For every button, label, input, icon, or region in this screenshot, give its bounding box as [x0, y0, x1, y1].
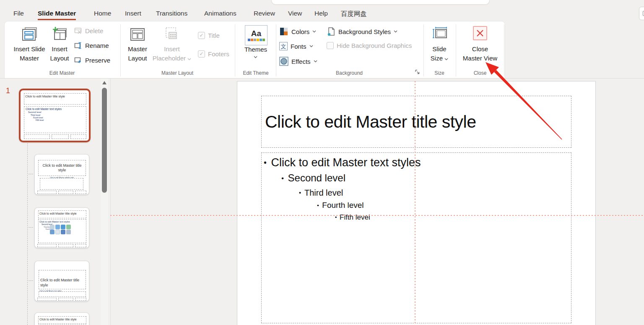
title-checkbox-label: Title	[208, 32, 220, 39]
thumb-title-placeholder: Click to edit Master title style	[24, 93, 86, 105]
layout-thumbnail-title-slide[interactable]: Click to edit Master title style Click t…	[34, 154, 89, 195]
layout-thumbnail-section-header[interactable]: Click to edit Master title style Click t…	[34, 261, 89, 301]
tab-transitions[interactable]: Transitions	[156, 10, 187, 17]
thumb-title-placeholder: Click to edit Master title style	[38, 160, 86, 176]
thumb-text-placeholder	[39, 291, 86, 297]
insert-placeholder-label[interactable]: Insert	[157, 45, 187, 54]
preserve-label: Preserve	[85, 57, 110, 64]
background-styles-button[interactable]: Background Styles	[327, 27, 397, 36]
tab-home[interactable]: Home	[94, 10, 111, 17]
insert-layout-label[interactable]: Layout	[47, 54, 72, 63]
slide-size-label[interactable]: Slide	[427, 45, 452, 54]
bullet-text: Fourth level	[322, 201, 364, 210]
footer-placeholder-box	[58, 191, 73, 194]
colors-button[interactable]: Colors	[279, 27, 316, 36]
background-styles-icon	[327, 27, 335, 36]
insert-placeholder-icon	[164, 26, 180, 43]
vertical-guide[interactable]	[415, 81, 415, 325]
horizontal-guide[interactable]	[110, 215, 644, 216]
tab-insert[interactable]: Insert	[125, 10, 141, 17]
layout-thumbnail-partial[interactable]: Click to edit Master title style	[34, 312, 89, 325]
bullet-text: Second level	[288, 172, 345, 184]
group-separator	[504, 24, 504, 76]
bullet-level-5[interactable]: • Fifth level	[335, 212, 370, 223]
tab-review[interactable]: Review	[254, 10, 275, 17]
preserve-button[interactable]: Preserve	[74, 56, 110, 64]
scrollbar-up-arrow[interactable]	[102, 81, 106, 84]
effects-icon	[279, 57, 288, 66]
master-layout-group-label: Master Layout	[150, 70, 205, 76]
effects-button[interactable]: Effects	[279, 57, 317, 66]
tab-view[interactable]: View	[288, 10, 302, 17]
master-layout-icon	[129, 26, 146, 43]
layout-connector-stub	[29, 174, 33, 175]
thumb-title-placeholder: Click to edit Master title style	[38, 316, 86, 324]
themes-label[interactable]: Themes	[241, 45, 270, 54]
footers-checkbox[interactable]: ✓ Footers	[198, 50, 229, 58]
fonts-button[interactable]: 文 Fonts	[279, 42, 313, 50]
effects-label: Effects	[291, 58, 311, 65]
group-separator	[276, 24, 276, 76]
themes-icon: Aa	[251, 29, 261, 37]
thumb-subtitle-placeholder	[40, 178, 83, 190]
tab-slide-master[interactable]: Slide Master	[38, 10, 76, 20]
master-layout-button[interactable]	[129, 26, 146, 43]
insert-placeholder-label[interactable]: Placeholder	[149, 54, 195, 63]
title-checkbox[interactable]: ✓ Title	[198, 32, 220, 39]
sidebar-scrollbar-thumb[interactable]	[102, 88, 107, 193]
fonts-icon: 文	[279, 42, 288, 50]
tab-help[interactable]: Help	[314, 10, 328, 17]
bullet-icon: •	[299, 189, 301, 196]
group-separator	[120, 24, 121, 76]
thumb-bullet: Second level	[28, 111, 85, 114]
group-separator	[423, 24, 424, 76]
footer-placeholder-box	[75, 298, 86, 301]
slide-title-text[interactable]: Click to edit Master title style	[261, 96, 571, 148]
tab-animations[interactable]: Animations	[204, 10, 236, 17]
bullet-icon: •	[281, 174, 284, 183]
ribbon-display-options-button[interactable]	[639, 7, 644, 20]
hide-background-graphics-checkbox[interactable]: Hide Background Graphics	[327, 42, 412, 49]
footer-placeholder-box	[58, 298, 73, 301]
insert-layout-button[interactable]	[51, 26, 68, 43]
layout-connector-line	[27, 143, 28, 325]
close-master-view-label[interactable]: Close	[459, 45, 501, 54]
footers-checkbox-label: Footers	[208, 50, 229, 58]
footer-placeholder-box	[24, 134, 50, 139]
chevron-down-icon[interactable]	[254, 56, 257, 58]
slide-size-label[interactable]: Size	[427, 54, 452, 63]
delete-label: Delete	[85, 27, 103, 34]
close-master-view-label[interactable]: Master View	[459, 54, 501, 63]
checkbox-checked-icon: ✓	[198, 32, 205, 39]
insert-layout-icon	[51, 26, 68, 43]
checkbox-checked-icon: ✓	[198, 50, 205, 58]
checkbox-unchecked-icon	[327, 42, 334, 49]
bullet-level-2[interactable]: • Second level	[281, 171, 345, 185]
insert-layout-label[interactable]: Insert	[47, 45, 72, 54]
insert-placeholder-button[interactable]	[164, 26, 180, 43]
delete-button[interactable]: Delete	[74, 27, 103, 35]
bullet-level-4[interactable]: • Fourth level	[317, 200, 364, 211]
themes-button[interactable]: Aa	[245, 25, 267, 45]
slide-master-thumbnail[interactable]: Click to edit Master title style Click t…	[19, 89, 91, 142]
insert-slide-master-icon	[21, 26, 38, 43]
tab-file[interactable]: File	[13, 10, 24, 17]
insert-slide-master-label[interactable]: Master	[11, 54, 48, 63]
close-group-label: Close	[453, 70, 507, 76]
layout-connector-stub	[29, 280, 33, 281]
master-layout-label[interactable]: Layout	[125, 54, 150, 63]
thumb-title-placeholder: Click to edit Master title style	[39, 270, 86, 289]
layout-thumbnail-title-and-content[interactable]: Click to edit Master title style Click t…	[34, 207, 89, 248]
rename-button[interactable]: Rename	[74, 42, 109, 50]
insert-slide-master-label[interactable]: Insert Slide	[11, 45, 48, 54]
bullet-level-1[interactable]: • Click to edit Master text styles	[264, 155, 421, 170]
tab-baidu-netdisk[interactable]: 百度网盘	[341, 10, 367, 18]
slide-size-button[interactable]	[431, 26, 448, 42]
chevron-down-icon	[394, 30, 397, 33]
master-layout-label[interactable]: Master	[125, 45, 150, 54]
ribbon-divider	[0, 78, 644, 79]
close-master-view-button[interactable]	[473, 26, 487, 40]
insert-slide-master-button[interactable]	[21, 26, 38, 43]
hide-background-graphics-label: Hide Background Graphics	[337, 42, 412, 49]
bullet-level-3[interactable]: • Third level	[299, 187, 343, 199]
